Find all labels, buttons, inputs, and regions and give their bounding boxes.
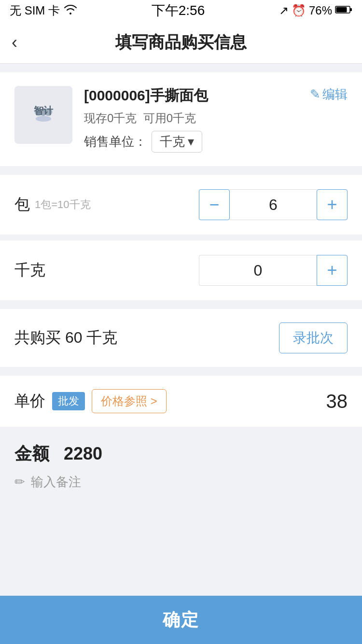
price-tag: 批发 (52, 392, 85, 410)
price-label-group: 单价 批发 价格参照 > (14, 389, 167, 413)
edit-icon: ✎ (310, 87, 320, 102)
pencil-icon: ✏ (14, 475, 25, 490)
kg-input-section: 千克 + (0, 235, 362, 300)
bao-input-section: 包 1包=10千克 − + (0, 175, 362, 235)
kg-controls: + (199, 255, 348, 286)
price-label: 单价 (14, 391, 45, 412)
product-section: 智计 [0000006]手撕面包 现存0千克 可用0千克 销售单位： 千克 ▾ … (0, 72, 362, 166)
summary-section: 共购买 60 千克 录批次 (0, 309, 362, 367)
bao-plus-button[interactable]: + (317, 189, 348, 220)
status-time: 下午2:56 (152, 1, 205, 20)
amount-row: 金额 2280 (14, 442, 348, 466)
page-title: 填写商品购买信息 (115, 31, 247, 54)
amount-value: 2280 (64, 444, 102, 463)
amount-section: 金额 2280 ✏ 输入备注 (0, 429, 362, 498)
kg-plus-button[interactable]: + (317, 255, 348, 286)
battery-label: 76% (309, 4, 332, 17)
price-section: 单价 批发 价格参照 > 38 (0, 376, 362, 427)
back-button[interactable]: ‹ (12, 32, 17, 53)
chevron-down-icon: ▾ (188, 134, 194, 149)
batch-button[interactable]: 录批次 (279, 322, 348, 353)
price-row: 单价 批发 价格参照 > 38 (14, 389, 348, 413)
nav-bar: ‹ 填写商品购买信息 (0, 21, 362, 64)
no-sim-label: 无 SIM 卡 (10, 3, 60, 18)
wifi-icon (64, 4, 77, 17)
unit-selector[interactable]: 千克 ▾ (152, 131, 202, 153)
bao-input-row: 包 1包=10千克 − + (14, 175, 348, 235)
svg-rect-2 (336, 7, 347, 13)
svg-point-8 (36, 116, 51, 122)
battery-icon (335, 4, 352, 17)
product-info: [0000006]手撕面包 现存0千克 可用0千克 销售单位： 千克 ▾ (84, 86, 348, 153)
edit-button[interactable]: ✎ 编辑 (310, 86, 348, 103)
kg-input[interactable] (199, 255, 317, 286)
svg-rect-1 (350, 8, 352, 11)
bao-input[interactable] (230, 189, 317, 220)
bao-minus-button[interactable]: − (199, 189, 230, 220)
status-right: ↗ ⏰ 76% (279, 4, 352, 17)
alarm-icon: ⏰ (292, 4, 306, 17)
product-stock: 现存0千克 可用0千克 (84, 111, 348, 126)
remark-placeholder: 输入备注 (31, 474, 81, 490)
bao-label: 包 1包=10千克 (14, 194, 91, 215)
confirm-button[interactable]: 确定 (0, 596, 362, 644)
empty-space (0, 498, 362, 595)
location-icon: ↗ (279, 4, 289, 17)
price-value: 38 (326, 391, 348, 412)
svg-text:智计: 智计 (33, 105, 54, 116)
status-bar: 无 SIM 卡 下午2:56 ↗ ⏰ 76% (0, 0, 362, 21)
product-unit-row: 销售单位： 千克 ▾ (84, 131, 348, 153)
bao-sublabel: 1包=10千克 (35, 197, 91, 212)
bao-controls: − + (199, 189, 348, 220)
status-left: 无 SIM 卡 (10, 3, 77, 18)
amount-label: 金额 (14, 444, 49, 463)
price-ref-button[interactable]: 价格参照 > (92, 389, 167, 413)
summary-text: 共购买 60 千克 (14, 327, 117, 349)
product-name: [0000006]手撕面包 (84, 86, 348, 106)
kg-label: 千克 (14, 260, 45, 281)
kg-input-row: 千克 + (14, 240, 348, 300)
product-image: 智计 (14, 86, 72, 144)
remark-row[interactable]: ✏ 输入备注 (14, 474, 348, 490)
